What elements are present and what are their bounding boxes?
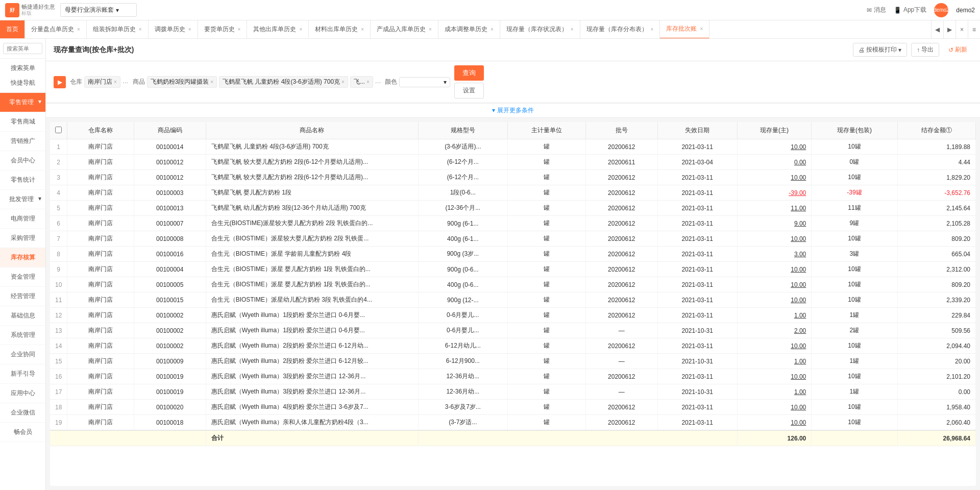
sidebar-item-guide[interactable]: 新手引导: [0, 364, 45, 384]
td-qty-main[interactable]: 10.00: [737, 369, 812, 384]
td-qty-main[interactable]: 10.00: [737, 277, 812, 292]
remove-product-tag-3[interactable]: ×: [366, 79, 370, 85]
tab-diaob[interactable]: 调拨单历史 ×: [149, 20, 198, 39]
td-qty-main[interactable]: 0.00: [737, 155, 812, 170]
sidebar-item-wholesale[interactable]: 批发管理 ▾: [0, 190, 45, 209]
nav-prev-btn[interactable]: ◀: [931, 20, 943, 39]
tab-fenpan[interactable]: 分量盘点单历史 ×: [25, 20, 87, 39]
td-num: 1: [50, 139, 67, 155]
td-qty-main[interactable]: 10.00: [737, 231, 812, 247]
td-qty-main[interactable]: -39.00: [737, 185, 812, 201]
refresh-btn[interactable]: ↺ 刷新: [943, 43, 972, 56]
sidebar-item-operations[interactable]: 经营管理: [0, 287, 45, 306]
tab-home[interactable]: 首页: [0, 20, 25, 39]
td-code: 00100012: [134, 155, 206, 170]
remove-warehouse-tag[interactable]: ×: [114, 79, 117, 85]
tab-chengpin[interactable]: 产成品入库单历史 ×: [371, 20, 438, 39]
color-dropdown[interactable]: ▾: [399, 77, 450, 87]
tab-chengben[interactable]: 成本调整单历史 ×: [438, 20, 500, 39]
sidebar-item-appcenter[interactable]: 应用中心: [0, 384, 45, 403]
close-icon[interactable]: ×: [188, 27, 191, 32]
sidebar-nav: 搜索英单 快捷导航: [0, 59, 45, 93]
td-qty-main[interactable]: 1.00: [737, 354, 812, 369]
sidebar-item-quicknav[interactable]: 快捷导航: [0, 76, 45, 90]
close-icon[interactable]: ×: [361, 27, 364, 32]
app-download-btn[interactable]: 📱 App下载: [894, 6, 926, 14]
td-qty-main[interactable]: 2.00: [737, 323, 812, 338]
td-code: 00100009: [134, 354, 206, 369]
td-name: 惠氏启赋（Wyeth illuma）亲和人体儿童配方奶粉4段（3...: [206, 415, 418, 431]
sidebar-item-membership[interactable]: 畅会员: [0, 423, 45, 442]
tab-zuhe[interactable]: 组装拆卸单历史 ×: [87, 20, 149, 39]
tab-cailiao[interactable]: 材料出库单历史 ×: [309, 20, 371, 39]
close-icon[interactable]: ×: [571, 27, 574, 32]
sidebar-item-purchase[interactable]: 采购管理: [0, 229, 45, 248]
td-qty-main[interactable]: 1.00: [737, 308, 812, 323]
sidebar-item-members[interactable]: 会员中心: [0, 151, 45, 170]
td-qty-main[interactable]: 10.00: [737, 400, 812, 415]
sidebar-item-marketing[interactable]: 营销推广: [0, 132, 45, 151]
nav-next-btn[interactable]: ▶: [943, 20, 955, 39]
tab-xiancun2[interactable]: 现存量（库存分布表） ×: [580, 20, 660, 39]
sidebar-item-inventory[interactable]: 库存核算: [0, 248, 45, 267]
sidebar-item-search[interactable]: 搜索英单: [0, 61, 45, 76]
td-qty-main[interactable]: 10.00: [737, 415, 812, 431]
tab-kucun-pici[interactable]: 库存批次账 ×: [660, 20, 709, 39]
close-icon[interactable]: ×: [77, 27, 80, 32]
remove-product-tag-2[interactable]: ×: [341, 79, 345, 85]
sidebar-item-enterprise[interactable]: 企业协同: [0, 345, 45, 364]
query-btn[interactable]: 查询: [454, 65, 484, 81]
select-all-checkbox[interactable]: [55, 127, 62, 133]
print-btn[interactable]: 🖨 按模板打印 ▾: [853, 43, 907, 57]
td-num: 13: [50, 323, 67, 338]
sidebar-item-basic-info[interactable]: 基础信息: [0, 306, 45, 326]
td-qty-main[interactable]: 10.00: [737, 170, 812, 185]
close-icon[interactable]: ×: [700, 26, 703, 32]
td-code: 00100008: [134, 231, 206, 247]
tab-yaohu[interactable]: 要货单历史 ×: [198, 20, 248, 39]
close-icon[interactable]: ×: [651, 27, 654, 32]
td-spec: 6-12月900...: [418, 354, 507, 369]
td-qty-main[interactable]: 9.00: [737, 216, 812, 231]
filter-expand-btn[interactable]: ▶: [54, 76, 66, 88]
setting-btn[interactable]: 设置: [454, 83, 484, 99]
close-icon[interactable]: ×: [139, 27, 142, 32]
td-qty-main[interactable]: 10.00: [737, 338, 812, 354]
td-qty-main[interactable]: 10.00: [737, 262, 812, 277]
user-avatar[interactable]: demo2: [934, 3, 948, 17]
td-expire: 2021-03-11: [657, 216, 737, 231]
td-expire: 2021-10-31: [657, 354, 737, 369]
company-select[interactable]: 母婴行业演示账套 ▾: [60, 3, 137, 17]
expand-more-bar[interactable]: ▾ 展开更多条件: [46, 103, 980, 118]
warehouse-more-btn[interactable]: ···: [122, 78, 129, 86]
nav-close-btn[interactable]: ×: [955, 20, 968, 39]
td-qty-main[interactable]: 10.00: [737, 139, 812, 155]
message-btn[interactable]: ✉ 消息: [867, 6, 886, 14]
remove-product-tag-1[interactable]: ×: [210, 79, 213, 85]
td-spec: 12-36月幼...: [418, 369, 507, 384]
td-unit: 罐: [507, 400, 585, 415]
sidebar-item-ecommerce[interactable]: 电商管理: [0, 209, 45, 229]
close-icon[interactable]: ×: [429, 27, 432, 32]
close-icon[interactable]: ×: [491, 27, 494, 32]
tab-xiancun1[interactable]: 现存量（库存状况表） ×: [500, 20, 580, 39]
td-qty-pkg: 2罐: [812, 323, 897, 338]
sidebar-item-system[interactable]: 系统管理: [0, 326, 45, 345]
sidebar-item-wechat[interactable]: 企业微信: [0, 403, 45, 423]
close-icon[interactable]: ×: [299, 27, 302, 32]
tab-qita[interactable]: 其他出库单历史 ×: [247, 20, 309, 39]
nav-menu-btn[interactable]: ≡: [968, 20, 980, 39]
sidebar-item-retail-shop[interactable]: 零售商城: [0, 112, 45, 132]
sidebar-item-retail-stats[interactable]: 零售统计: [0, 170, 45, 190]
export-btn[interactable]: ↑ 导出: [911, 43, 939, 57]
td-qty-main[interactable]: 1.00: [737, 384, 812, 400]
td-qty-main[interactable]: 11.00: [737, 201, 812, 216]
close-icon[interactable]: ×: [238, 27, 241, 32]
search-input[interactable]: [3, 43, 42, 54]
td-qty-main[interactable]: 10.00: [737, 292, 812, 308]
sidebar-item-retail-mgmt[interactable]: 零售管理 ▾: [0, 93, 45, 112]
sidebar-item-finance[interactable]: 资金管理: [0, 267, 45, 287]
td-qty-main[interactable]: 3.00: [737, 247, 812, 262]
td-code: 00100019: [134, 369, 206, 384]
product-more-btn[interactable]: ···: [375, 78, 381, 86]
